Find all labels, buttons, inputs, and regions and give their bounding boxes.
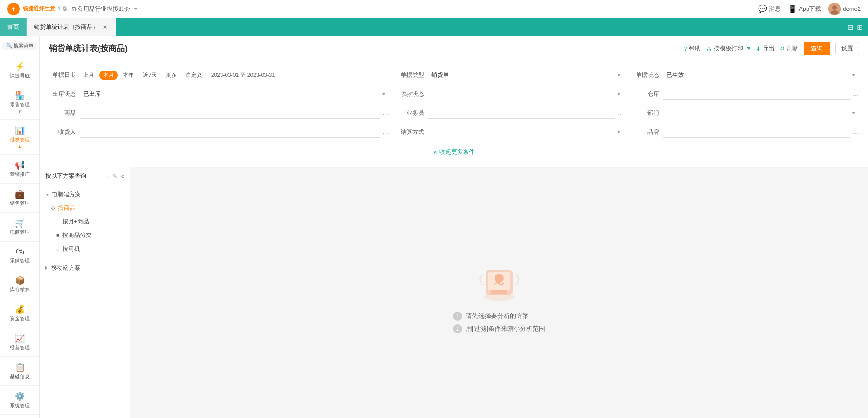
out-status-select[interactable]: 已出库 <box>80 88 389 100</box>
doc-status-select[interactable]: 已生效 <box>663 69 859 81</box>
brand-more-icon[interactable]: … <box>852 128 859 136</box>
collapse-btn[interactable]: ∧ 收起更多条件 <box>429 144 478 160</box>
industry-selector[interactable]: 办公用品行业模拟账套 <box>71 5 137 13</box>
topbar-right: 💬 消息 📱 App下载 demo2 <box>758 3 861 15</box>
sidebar-item-purchase[interactable]: 🛍 采购管理 <box>0 242 39 270</box>
inventory-icon: 📦 <box>15 276 25 285</box>
sidebar-item-ecommerce[interactable]: 🛒 电商管理 <box>0 213 39 242</box>
salesman-input[interactable] <box>428 108 615 119</box>
date-pill-this-month[interactable]: 本月 <box>99 71 118 80</box>
tab-home[interactable]: 首页 <box>0 18 27 36</box>
scheme-group-desktop: ▼ 电脑端方案 ⊙ 按商品 ≡ 按月+商品 ≡ 按商品分类 <box>40 185 130 258</box>
refresh-icon: ↻ <box>780 45 785 52</box>
date-pill-this-year[interactable]: 本年 <box>119 71 137 80</box>
message-btn[interactable]: 💬 消息 <box>758 5 781 13</box>
tab-sales-report[interactable]: 销货单统计表（按商品） ✕ <box>27 18 116 36</box>
sidebar-item-system[interactable]: ⚙️ 系统管理 <box>0 386 39 415</box>
settings-btn[interactable]: 设置 <box>835 42 859 55</box>
user-menu[interactable]: demo2 <box>828 3 861 15</box>
filter-row-4: 收货人 … 结算方式 品牌 … <box>49 125 859 139</box>
scheme-item-by-goods[interactable]: ⊙ 按商品 <box>40 201 130 215</box>
scheme-item-by-driver[interactable]: ≡ 按司机 <box>40 242 130 256</box>
refresh-label: 刷新 <box>787 44 798 52</box>
logo-area: 畅捷通好生意 <box>7 3 55 15</box>
help-icon: ? <box>684 45 687 52</box>
filter-date: 单据日期 上月 本月 本年 近7天 更多 自定义 2023-03-01 至 20… <box>49 71 389 80</box>
tab-maximize-btn[interactable]: ⊞ <box>857 23 863 32</box>
scheme-edit-btn[interactable]: ✎ <box>113 172 118 180</box>
tab-close-icon[interactable]: ✕ <box>101 24 108 31</box>
retail-expand-icon: ▼ <box>18 109 22 114</box>
export-icon: ⬇ <box>756 45 761 52</box>
purchase-icon: 🛍 <box>16 247 24 256</box>
sidebar-item-basic-info[interactable]: 📋 基础信息 <box>0 357 39 386</box>
sidebar-item-wholesale[interactable]: 📊 批发管理 ▲ <box>0 120 39 155</box>
wholesale-expand-icon: ▲ <box>18 144 22 149</box>
scheme-item-by-month-goods[interactable]: ≡ 按月+商品 <box>40 215 130 228</box>
svg-point-2 <box>832 5 837 10</box>
sidebar-item-sales[interactable]: 💼 销售管理 <box>0 184 39 213</box>
salesman-more-icon[interactable]: … <box>617 109 624 117</box>
scheme-item-by-category[interactable]: ≡ 按商品分类 <box>40 228 130 242</box>
date-pill-custom[interactable]: 自定义 <box>182 71 206 80</box>
hint-num-2: 2 <box>453 324 462 333</box>
query-btn[interactable]: 查询 <box>804 42 830 55</box>
export-btn[interactable]: ⬇ 导出 <box>756 44 774 52</box>
sidebar-item-quick-nav[interactable]: ⚡ 快捷导航 <box>0 56 39 85</box>
app-label: App下载 <box>799 5 821 13</box>
date-pills: 上月 本月 本年 近7天 更多 自定义 <box>80 71 206 80</box>
scheme-header: 按以下方案查询 + ✎ « <box>40 167 130 185</box>
warehouse-input[interactable] <box>663 89 850 100</box>
brand-input[interactable] <box>663 127 850 138</box>
scheme-group-desktop-title[interactable]: ▼ 电脑端方案 <box>40 188 130 201</box>
app-download-btn[interactable]: 📱 App下载 <box>788 5 821 13</box>
print-btn[interactable]: 🖨 按模板打印 <box>706 44 750 52</box>
tab-minimize-btn[interactable]: ⊟ <box>847 23 853 32</box>
filter-row-3: 商品 … 业务员 … 部门 <box>49 106 859 120</box>
sales-label: 销售管理 <box>10 200 30 207</box>
date-pill-7days[interactable]: 近7天 <box>139 71 160 80</box>
tab-sales-report-label: 销货单统计表（按商品） <box>34 23 99 31</box>
sidebar-item-finance[interactable]: 💰 资金管理 <box>0 299 39 328</box>
divider-6 <box>628 106 628 120</box>
receiver-more-icon[interactable]: … <box>382 128 389 136</box>
help-btn[interactable]: ? 帮助 <box>684 44 701 52</box>
hint-text-1: 请先选择要分析的方案 <box>466 312 529 320</box>
doc-type-select[interactable]: 销货单 <box>428 69 624 81</box>
goods-more-icon[interactable]: … <box>382 109 389 117</box>
pay-status-select[interactable] <box>428 91 624 97</box>
search-input-mini[interactable]: 🔍 搜索菜单 <box>2 42 38 50</box>
sidebar-item-search[interactable]: 🔍 搜索菜单 <box>0 36 39 56</box>
payment-select[interactable] <box>428 129 624 135</box>
sidebar-item-retail[interactable]: 🏪 零售管理 ▼ <box>0 85 39 120</box>
search-label: 搜索菜单 <box>14 43 33 49</box>
filter-row-2: 出库状态 已出库 收款状态 仓库 <box>49 87 859 101</box>
tabbar: 首页 销货单统计表（按商品） ✕ ⊟ ⊞ <box>0 18 868 36</box>
date-pill-last-month[interactable]: 上月 <box>80 71 98 80</box>
sidebar-item-marketing[interactable]: 📢 营销推广 <box>0 155 39 184</box>
sidebar-item-inventory[interactable]: 📦 库存核算 <box>0 270 39 299</box>
empty-illustration <box>472 252 526 306</box>
receiver-input[interactable] <box>80 127 380 138</box>
refresh-btn[interactable]: ↻ 刷新 <box>780 44 798 52</box>
industry-label: 办公用品行业模拟账套 <box>71 5 130 13</box>
scheme-collapse-btn[interactable]: « <box>121 172 124 180</box>
scheme-item-by-goods-label: 按商品 <box>58 204 75 212</box>
finance-icon: 💰 <box>15 304 25 314</box>
sidebar-item-corp-collab[interactable]: 🤝 企业协同 <box>0 415 39 418</box>
operations-label: 经营管理 <box>10 344 30 351</box>
main-layout: 🔍 搜索菜单 ⚡ 快捷导航 🏪 零售管理 ▼ 📊 批发管理 ▲ 📢 营销推广 💼… <box>0 36 868 418</box>
system-label: 系统管理 <box>10 402 30 409</box>
date-pill-more[interactable]: 更多 <box>162 71 180 80</box>
goods-input[interactable] <box>80 108 380 119</box>
filter-receiver: 收货人 … <box>49 127 389 138</box>
warehouse-more-icon[interactable]: … <box>852 90 859 98</box>
filter-brand: 品牌 … <box>632 127 859 138</box>
sidebar-item-operations[interactable]: 📈 经营管理 <box>0 328 39 357</box>
scheme-add-btn[interactable]: + <box>106 172 110 180</box>
dept-select[interactable] <box>663 110 859 116</box>
wholesale-label: 批发管理 <box>10 136 30 143</box>
out-status-value: 已出库 <box>83 90 101 98</box>
data-panel: 1 请先选择要分析的方案 2 用[过滤]条件来缩小分析范围 <box>130 167 868 418</box>
scheme-group-mobile-title[interactable]: 移动端方案 <box>40 261 130 275</box>
